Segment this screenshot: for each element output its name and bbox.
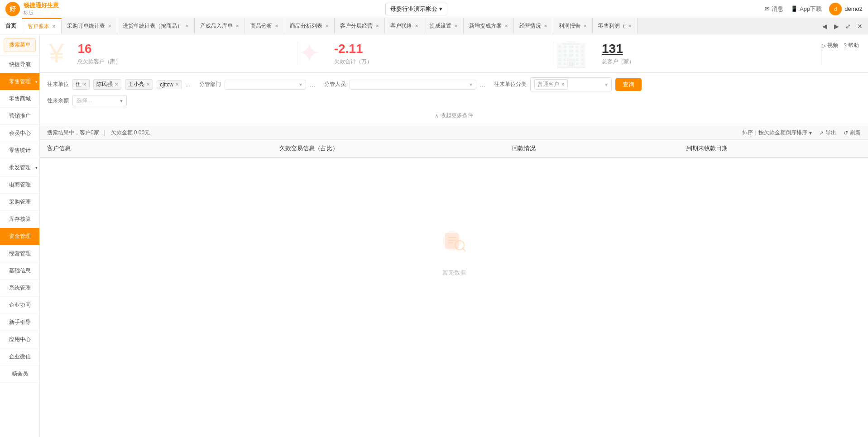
sidebar-item-ecommerce[interactable]: 电商管理 — [0, 176, 39, 194]
sort-select[interactable]: 排序：按欠款金额倒序排序 ▾ — [742, 129, 812, 137]
sidebar-item-finance[interactable]: 资金管理 — [0, 228, 39, 245]
tab-purchase-order-close[interactable]: ✕ — [108, 24, 111, 28]
main-content: ¥ 16 总欠款客户（家） ✦ -2.11 欠款合计（万） 🏢 131 总客户（… — [40, 34, 868, 437]
sidebar-item-member-center[interactable]: 会员中心 — [0, 125, 39, 142]
filter-more-tags[interactable]: ... — [186, 81, 190, 88]
person-select[interactable]: ▾ — [350, 80, 476, 90]
sidebar-item-purchase[interactable]: 采购管理 — [0, 194, 39, 211]
tab-customer-ledger[interactable]: 客户账本 ✕ — [22, 18, 62, 34]
sidebar-item-retail-stats[interactable]: 零售统计 — [0, 142, 39, 159]
stat-total-debt: -2.11 欠款合计（万） — [325, 41, 554, 66]
video-label: 视频 — [827, 42, 838, 49]
balance-select[interactable]: 选择... ▾ — [72, 95, 127, 106]
person-dots[interactable]: ... — [480, 81, 485, 88]
tag-wang-close[interactable]: ✕ — [146, 82, 150, 87]
tab-retail-profit[interactable]: 零售利润（ ✕ — [593, 18, 638, 34]
category-dropdown-icon: ▾ — [605, 81, 608, 88]
help-btn[interactable]: ? 帮助 — [844, 42, 859, 49]
app-download-btn[interactable]: 📱 App下载 — [791, 5, 822, 13]
sidebar-item-retail-mall[interactable]: 零售商城 — [0, 90, 39, 108]
category-tag-close[interactable]: ✕ — [561, 82, 565, 87]
tab-goods-in-close[interactable]: ✕ — [185, 24, 189, 28]
sidebar-item-marketing[interactable]: 营销推广 — [0, 108, 39, 125]
sidebar-item-operations[interactable]: 经营管理 — [0, 245, 39, 262]
tab-finished-goods[interactable]: 产成品入库单 ✕ — [195, 18, 245, 34]
tab-customer-layer[interactable]: 客户分层经营 ✕ — [335, 18, 385, 34]
filter-tag-wu[interactable]: 伍 ✕ — [72, 79, 90, 90]
category-tag[interactable]: 普通客户 ✕ — [534, 79, 568, 90]
tab-customer-layer-close[interactable]: ✕ — [375, 24, 379, 28]
export-btn[interactable]: ↗ 导出 — [819, 129, 836, 137]
sidebar-item-retail-mgmt[interactable]: 零售管理 ▾ — [0, 73, 39, 90]
tab-home[interactable]: 首页 — [0, 18, 22, 34]
tab-retail-profit-close[interactable]: ✕ — [628, 24, 632, 28]
tab-operations-close[interactable]: ✕ — [544, 24, 547, 28]
sidebar-item-base-info[interactable]: 基础信息 — [0, 262, 39, 280]
messages-btn[interactable]: ✉ 消息 — [765, 5, 783, 13]
tab-goods-analysis-label: 商品分析 — [250, 22, 272, 30]
tabs-expand-btn[interactable]: ⤢ — [843, 21, 854, 32]
tab-purchase-order[interactable]: 采购订单统计表 ✕ — [62, 18, 117, 34]
sidebar-item-app-center[interactable]: 应用中心 — [0, 331, 39, 348]
app-download-label: App下载 — [800, 5, 822, 13]
dept-filter-label: 分管部门 — [199, 81, 221, 88]
user-profile[interactable]: d demo2 — [829, 3, 863, 15]
stat-total-debtors: 16 总欠款客户（家） — [68, 41, 297, 66]
tab-goods-analysis-close[interactable]: ✕ — [275, 24, 278, 28]
tab-customer-contact[interactable]: 客户联络 ✕ — [385, 18, 424, 34]
sidebar-item-enterprise-wx[interactable]: 企业微信 — [0, 348, 39, 366]
tab-new-commission[interactable]: 新增提成方案 ✕ — [464, 18, 514, 34]
tab-profit-report[interactable]: 利润报告 ✕ — [553, 18, 593, 34]
query-button[interactable]: 查询 — [615, 78, 642, 91]
sort-dropdown-icon: ▾ — [809, 130, 812, 136]
tab-goods-analysis-list[interactable]: 商品分析列表 ✕ — [284, 18, 335, 34]
sidebar-item-nav[interactable]: 快捷导航 — [0, 56, 39, 73]
tabs-close-all-btn[interactable]: ✕ — [854, 21, 865, 32]
category-select[interactable]: 普通客户 ✕ ▾ — [530, 77, 612, 91]
tab-goods-analysis-list-close[interactable]: ✕ — [325, 24, 329, 28]
sidebar-ecommerce-label: 电商管理 — [9, 181, 31, 188]
sidebar-item-wholesale[interactable]: 批发管理 ▾ — [0, 159, 39, 176]
dept-select[interactable]: ▾ — [225, 80, 306, 90]
sidebar-inventory-label: 库存核算 — [9, 216, 31, 222]
search-menu-btn[interactable]: 搜索菜单 — [4, 38, 36, 52]
tab-operations[interactable]: 经营情况 ✕ — [514, 18, 553, 34]
video-btn[interactable]: ▷ 视频 — [822, 42, 838, 49]
filter-tag-cjttcw[interactable]: cjttcw ✕ — [157, 80, 182, 89]
sidebar: 搜索菜单 快捷导航 零售管理 ▾ 零售商城 营销推广 会员中心 零售统计 批发管… — [0, 34, 40, 437]
tabs-next-btn[interactable]: ▶ — [831, 21, 842, 32]
tab-profit-report-close[interactable]: ✕ — [583, 24, 587, 28]
message-icon: ✉ — [765, 5, 770, 12]
tab-finished-goods-close[interactable]: ✕ — [235, 24, 239, 28]
stat-label-customers: 总客户（家） — [602, 58, 634, 66]
tab-new-commission-close[interactable]: ✕ — [504, 24, 508, 28]
tag-chen-close[interactable]: ✕ — [115, 82, 118, 87]
tabs-prev-btn[interactable]: ◀ — [819, 21, 830, 32]
sidebar-item-enterprise-coop[interactable]: 企业协同 — [0, 297, 39, 314]
tab-retail-profit-label: 零售利润（ — [598, 22, 625, 30]
tag-wu-close[interactable]: ✕ — [83, 82, 86, 87]
sidebar-item-system[interactable]: 系统管理 — [0, 280, 39, 297]
sidebar-item-new-guide[interactable]: 新手引导 — [0, 314, 39, 331]
tab-purchase-order-label: 采购订单统计表 — [67, 22, 105, 30]
sidebar-retail-stats-label: 零售统计 — [9, 147, 31, 153]
tab-commission-settings[interactable]: 提成设置 ✕ — [424, 18, 464, 34]
refresh-btn[interactable]: ↺ 刷新 — [844, 129, 861, 137]
sidebar-item-inventory[interactable]: 库存核算 — [0, 211, 39, 228]
filter-tag-wang[interactable]: 王小亮 ✕ — [125, 79, 153, 90]
dept-dots[interactable]: ... — [310, 81, 315, 88]
stat-value-debtors: 16 — [77, 41, 91, 57]
tab-customer-contact-close[interactable]: ✕ — [415, 24, 418, 28]
avatar: d — [829, 3, 842, 15]
export-label: 导出 — [825, 129, 836, 137]
tab-goods-analysis[interactable]: 商品分析 ✕ — [245, 18, 284, 34]
tab-customer-ledger-close[interactable]: ✕ — [52, 24, 56, 29]
tab-goods-in[interactable]: 进货单统计表（按商品） ✕ — [117, 18, 195, 34]
filter-tag-chen[interactable]: 陈民强 ✕ — [93, 79, 121, 90]
tag-cjttcw-close[interactable]: ✕ — [175, 82, 179, 87]
sidebar-item-member[interactable]: 畅会员 — [0, 366, 39, 383]
collapse-btn[interactable]: ∧ 收起更多条件 — [435, 110, 473, 121]
company-selector[interactable]: 母婴行业演示帐套 ▾ — [385, 3, 447, 15]
tab-commission-settings-close[interactable]: ✕ — [454, 24, 458, 28]
sidebar-nav-label: 快捷导航 — [9, 61, 31, 67]
